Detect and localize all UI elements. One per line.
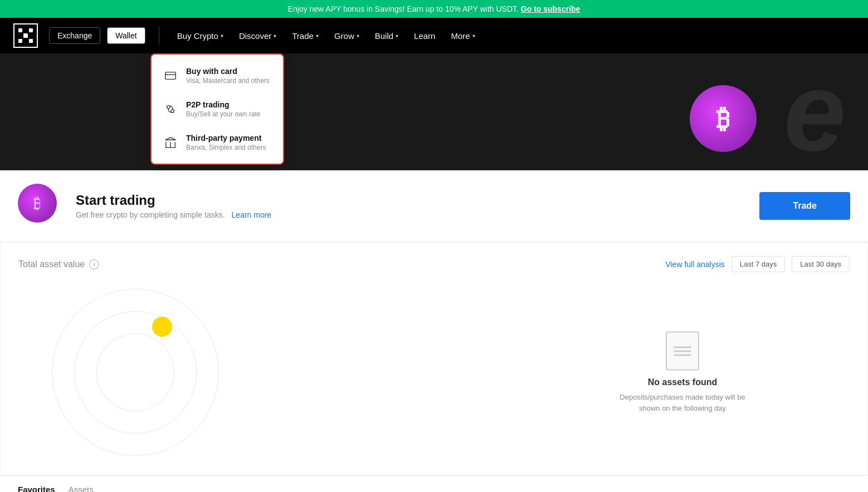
nav-learn[interactable]: Learn (407, 27, 442, 45)
p2p-icon (163, 101, 178, 117)
last-7-days-button[interactable]: Last 7 days (732, 256, 786, 272)
circle-deco-3 (96, 333, 174, 411)
nav-more[interactable]: More ▾ (444, 27, 481, 45)
p2p-title: P2P trading (186, 100, 260, 109)
start-trading-row: ₿ Start trading Get free crypto by compl… (0, 170, 868, 242)
header: Exchange Wallet Buy Crypto ▾ Discover ▾ … (0, 18, 868, 53)
tab-assets[interactable]: Assets (69, 485, 94, 492)
no-assets-box: No assets found Deposits/purchases made … (616, 332, 749, 414)
trade-button[interactable]: Trade (759, 192, 850, 220)
learn-more-link[interactable]: Learn more (232, 210, 272, 219)
no-assets-subtitle: Deposits/purchases made today will be sh… (616, 392, 749, 414)
hero-section: e ₿ (0, 53, 868, 170)
svg-point-2 (167, 106, 170, 109)
bank-icon (163, 135, 178, 150)
asset-header: Total asset value i View full analysis L… (18, 256, 850, 272)
asset-title-row: Total asset value i (18, 259, 99, 269)
tab-favorites[interactable]: Favorites (18, 485, 55, 492)
svg-point-3 (171, 110, 174, 113)
no-assets-title: No assets found (616, 377, 749, 387)
main-nav: Buy Crypto ▾ Discover ▾ Trade ▾ Grow ▾ B… (170, 27, 482, 45)
exchange-button[interactable]: Exchange (49, 27, 100, 44)
info-icon[interactable]: i (89, 259, 99, 269)
buy-card-subtitle: Visa, Mastercard and others (186, 77, 270, 85)
dropdown-item-p2p[interactable]: P2P trading Buy/Sell at your own rate (152, 92, 283, 126)
start-trading-icon: ₿ (18, 184, 62, 228)
nav-grow[interactable]: Grow ▾ (328, 27, 366, 45)
view-full-analysis-link[interactable]: View full analysis (665, 260, 724, 269)
start-trading-title: Start trading (76, 193, 759, 208)
chevron-down-icon: ▾ (357, 33, 359, 39)
hero-coin: ₿ (690, 85, 757, 152)
dropdown-item-third-party[interactable]: Third-party payment Banxa, Simplex and o… (152, 126, 283, 159)
nav-build[interactable]: Build ▾ (368, 27, 405, 45)
main-content: e ₿ ₿ Start trading Get free crypto by c… (0, 53, 868, 492)
nav-buy-crypto[interactable]: Buy Crypto ▾ (170, 27, 230, 45)
subscribe-link[interactable]: Go to subscribe (521, 4, 581, 13)
banner-text: Enjoy new APY bonus in Savings! Earn up … (288, 4, 519, 13)
buy-card-title: Buy with card (186, 67, 270, 76)
logo-box (13, 23, 38, 48)
third-party-title: Third-party payment (186, 134, 266, 142)
nav-divider (159, 27, 159, 45)
no-assets-line-1 (674, 346, 691, 348)
start-trading-subtitle: Get free crypto by completing simple tas… (76, 210, 759, 219)
p2p-subtitle: Buy/Sell at your own rate (186, 110, 260, 118)
yellow-dot (152, 317, 172, 337)
card-icon (163, 68, 178, 83)
chevron-down-icon: ▾ (274, 33, 276, 39)
chevron-down-icon: ▾ (396, 33, 398, 39)
asset-title: Total asset value (18, 259, 85, 269)
tabs-section: Favorites Assets (0, 475, 868, 492)
no-assets-icon (666, 332, 699, 371)
nav-discover[interactable]: Discover ▾ (232, 27, 283, 45)
trading-coin-icon: ₿ (18, 184, 57, 223)
chevron-down-icon: ▾ (221, 33, 223, 39)
start-trading-text: Start trading Get free crypto by complet… (76, 193, 759, 219)
asset-section: Total asset value i View full analysis L… (0, 242, 868, 475)
chevron-down-icon: ▾ (472, 33, 475, 39)
top-banner: Enjoy new APY bonus in Savings! Earn up … (0, 0, 868, 18)
no-assets-line-3 (674, 354, 691, 356)
last-30-days-button[interactable]: Last 30 days (792, 256, 850, 272)
asset-controls: View full analysis Last 7 days Last 30 d… (665, 256, 850, 272)
no-assets-line-2 (674, 350, 691, 352)
chart-area: No assets found Deposits/purchases made … (18, 283, 850, 461)
svg-rect-0 (165, 72, 175, 80)
third-party-subtitle: Banxa, Simplex and others (186, 144, 266, 151)
wallet-button[interactable]: Wallet (107, 27, 145, 44)
nav-trade[interactable]: Trade ▾ (285, 27, 325, 45)
logo[interactable] (13, 23, 38, 48)
hero-bg-text: e (784, 53, 846, 170)
buy-crypto-dropdown: Buy with card Visa, Mastercard and other… (150, 53, 284, 165)
chevron-down-icon: ▾ (316, 33, 319, 39)
dropdown-item-buy-card[interactable]: Buy with card Visa, Mastercard and other… (152, 59, 283, 92)
